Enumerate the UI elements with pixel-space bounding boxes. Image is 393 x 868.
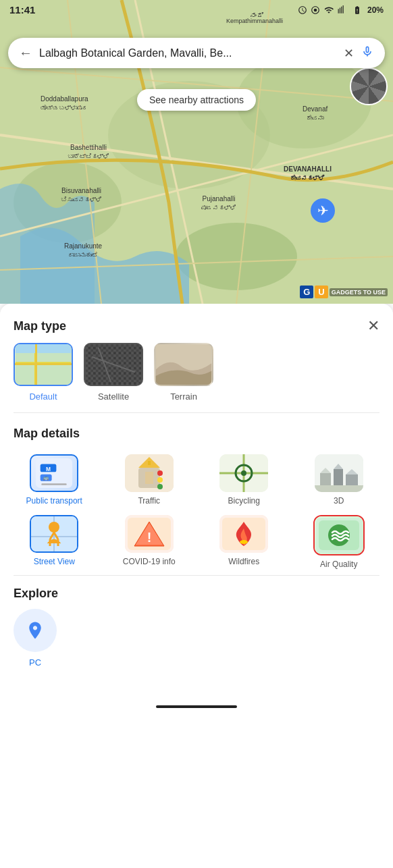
map-type-options: Default Satellite Terrain xyxy=(0,343,393,412)
back-button[interactable]: ← xyxy=(19,45,32,61)
status-bar: 11:41 20% xyxy=(0,0,393,18)
detail-street-view[interactable]: Street View xyxy=(11,515,98,570)
bicycling-label: Bicycling xyxy=(228,496,260,507)
detail-covid[interactable]: ! COVID-19 info xyxy=(106,515,193,570)
status-time: 11:41 xyxy=(9,4,35,16)
public-transport-icon: M 🚌 xyxy=(30,454,78,492)
svg-rect-30 xyxy=(42,483,67,485)
profile-avatar xyxy=(350,67,388,105)
map-label-bashettihalli: Bashettihalliಬಾಶೆಟ್ಟಿಹಳ್ಳಿ xyxy=(68,143,109,161)
wildfires-icon xyxy=(219,515,268,553)
map-details-header: Map details xyxy=(0,413,393,443)
svg-rect-16 xyxy=(16,344,72,353)
status-icons: 20% xyxy=(298,5,384,15)
detail-traffic[interactable]: Traffic xyxy=(106,454,193,507)
svg-rect-47 xyxy=(334,469,343,487)
map-type-terrain-label: Terrain xyxy=(170,391,197,402)
svg-point-43 xyxy=(241,470,246,476)
watermark-text: GADGETS TO USE xyxy=(330,288,388,296)
mic-button[interactable] xyxy=(361,45,374,61)
explore-section: Explore PC xyxy=(0,576,393,681)
explore-grid: PC xyxy=(14,601,379,676)
svg-point-38 xyxy=(157,484,163,489)
signal-icon xyxy=(338,5,347,15)
map-label-devanaf: Devanafದೇವನಾ xyxy=(303,105,328,123)
alarm-icon xyxy=(298,5,307,15)
watermark-box2: U xyxy=(315,286,328,298)
traffic-label: Traffic xyxy=(138,496,160,507)
search-text: Lalbagh Botanical Garden, Mavalli, Be... xyxy=(39,47,337,59)
location-dot-icon xyxy=(311,5,320,15)
map-label-pujanahalli: Pujanahalliಪೂಜನಹಳ್ಳಿ xyxy=(201,194,236,213)
svg-rect-45 xyxy=(320,473,331,487)
svg-point-36 xyxy=(157,470,163,476)
3d-label: 3D xyxy=(334,496,344,507)
traffic-icon xyxy=(125,454,174,492)
svg-point-5 xyxy=(176,223,297,290)
map-type-satellite-label: Satellite xyxy=(98,391,129,402)
detail-public-transport[interactable]: M 🚌 Public transport xyxy=(11,454,98,507)
svg-text:M: M xyxy=(46,466,51,472)
home-bar xyxy=(0,695,393,719)
map-type-default[interactable]: Default xyxy=(14,343,73,402)
svg-text:!: ! xyxy=(147,530,151,545)
covid-icon: ! xyxy=(125,515,174,553)
map-label-bisuvanahalli: Bisuvanahalliಬಿಸುವನಹಳ್ಳಿ xyxy=(61,186,102,205)
wildfires-label: Wildfires xyxy=(228,557,259,568)
air-quality-icon xyxy=(315,516,363,554)
detail-3d[interactable]: 3D xyxy=(296,454,383,507)
svg-point-67 xyxy=(240,540,248,544)
svg-rect-34 xyxy=(145,472,153,484)
map-details-grid: M 🚌 Public transport xyxy=(0,443,393,575)
map-type-header: Map type ✕ xyxy=(0,304,393,343)
watermark-box1: G xyxy=(300,286,313,298)
detail-air-quality[interactable]: Air Quality xyxy=(296,515,383,570)
map-label-doddaballapura: Doddaballapuraಡೊಡ್ಡಬಳ್ಳಾಪುರ xyxy=(41,94,88,113)
close-button[interactable]: ✕ xyxy=(367,317,379,335)
home-indicator xyxy=(156,705,237,708)
svg-text:🚌: 🚌 xyxy=(43,474,49,481)
air-quality-wrapper xyxy=(313,515,365,555)
svg-point-4 xyxy=(236,54,371,148)
map-type-terrain-thumb xyxy=(154,343,213,386)
air-quality-label: Air Quality xyxy=(320,560,357,570)
explore-pc-icon xyxy=(14,609,57,652)
street-view-label: Street View xyxy=(34,557,75,568)
bicycling-icon xyxy=(219,454,268,492)
map-label-devanahalli: DEVANAHALLIದೇವನಹಳ್ಳಿ xyxy=(284,165,332,183)
clear-button[interactable]: ✕ xyxy=(344,46,354,61)
3d-icon xyxy=(315,454,363,492)
svg-point-55 xyxy=(49,522,59,533)
map-label-rajanukunte: Rajanukunteರಾಜಾನುಕುಂಟೆ xyxy=(64,242,102,260)
explore-title: Explore xyxy=(14,587,58,600)
airport-icon: ✈ xyxy=(311,198,335,223)
search-bar[interactable]: ← Lalbagh Botanical Garden, Mavalli, Be.… xyxy=(8,38,385,68)
detail-bicycling[interactable]: Bicycling xyxy=(201,454,288,507)
map-type-default-thumb xyxy=(14,343,73,386)
battery-percentage: 20% xyxy=(367,5,384,15)
svg-point-37 xyxy=(157,477,163,483)
explore-pc-label: PC xyxy=(29,657,41,668)
map-type-terrain[interactable]: Terrain xyxy=(154,343,213,402)
svg-rect-51 xyxy=(315,485,363,492)
map-view: 11:41 20% xyxy=(0,0,393,304)
public-transport-label: Public transport xyxy=(26,496,82,507)
svg-rect-35 xyxy=(148,461,151,465)
map-type-satellite[interactable]: Satellite xyxy=(84,343,143,402)
watermark: G U GADGETS TO USE xyxy=(300,286,388,298)
map-type-default-label: Default xyxy=(29,391,57,402)
svg-rect-14 xyxy=(16,362,72,364)
svg-rect-15 xyxy=(34,344,37,385)
svg-rect-49 xyxy=(346,474,358,487)
map-type-satellite-thumb xyxy=(84,343,143,386)
explore-item-pc[interactable]: PC xyxy=(14,609,57,668)
map-type-title: Map type xyxy=(14,319,66,333)
wifi-icon xyxy=(323,5,334,15)
bottom-sheet: Map type ✕ Default Satellite xyxy=(0,304,393,695)
nearby-pill[interactable]: See nearby attractions xyxy=(137,89,256,111)
street-view-icon xyxy=(30,515,78,553)
detail-wildfires[interactable]: Wildfires xyxy=(201,515,288,570)
map-details-title: Map details xyxy=(14,427,80,441)
covid-label: COVID-19 info xyxy=(123,557,176,568)
map-label-kempathi: Kempathimmanahalli xyxy=(226,18,283,26)
